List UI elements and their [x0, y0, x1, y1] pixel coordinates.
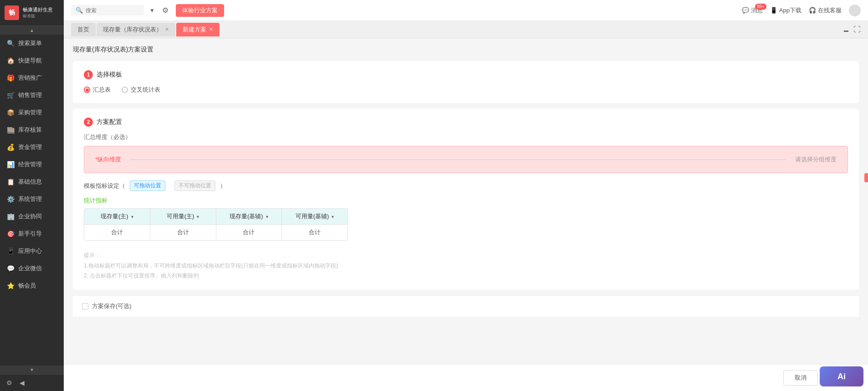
sidebar-item-sales[interactable]: 🛒 销售管理	[0, 87, 64, 104]
save-label: 方案保存(可选)	[92, 302, 132, 310]
online-service-label: 在线客服	[818, 6, 842, 15]
ai-widget[interactable]: Ai	[820, 366, 863, 386]
step2-header: 2 方案配置	[84, 118, 848, 127]
sidebar-item-label: 资金管理	[18, 143, 42, 151]
sidebar-item-newuser[interactable]: 🎯 新手引导	[0, 225, 64, 242]
member-icon: ⭐	[6, 282, 15, 290]
col-3-dropdown-icon[interactable]: ▾	[266, 214, 268, 219]
stats-cell-3: 合计	[216, 225, 282, 240]
headset-icon: 🎧	[809, 7, 816, 14]
sidebar-item-label: 搜索菜单	[18, 39, 42, 47]
topbar-gear-icon[interactable]: ⚙	[162, 6, 168, 15]
enterprise-icon: 🏢	[6, 212, 15, 221]
dimension-box[interactable]: *纵向维度 请选择分组维度	[84, 146, 848, 173]
sidebar-item-label: 基础信息	[18, 178, 42, 186]
app-download-item[interactable]: 📱 App下载	[770, 6, 802, 15]
save-checkbox[interactable]	[82, 303, 88, 309]
sidebar-item-system[interactable]: ⚙️ 系统管理	[0, 190, 64, 208]
app-name: 畅康通好生意	[23, 6, 53, 13]
sidebar-item-inventory[interactable]: 🏬 库存核算	[0, 121, 64, 139]
tips-section: 提示： 1.拖动标题栏可以调整布局，不可跨维度或指标区域拖动栏目字段(只能在同一…	[84, 248, 848, 281]
collapse-icon[interactable]: ◀	[20, 379, 25, 386]
step1-number: 1	[84, 70, 93, 79]
sidebar-item-label: 库存核算	[18, 126, 42, 134]
sidebar-bottom: ⚙ ◀	[0, 374, 64, 391]
sidebar-item-label: 销售管理	[18, 91, 42, 99]
tips-item-1: 1.拖动标题栏可以调整布局，不可跨维度或指标区域拖动栏目字段(只能在同一维度或指…	[84, 261, 848, 271]
template-radio-group: 汇总表 交叉统计表	[84, 86, 848, 94]
section-step2: 2 方案配置 汇总维度（必选） *纵向维度 请选择分组维度 模板指标设定（ 可拖…	[73, 108, 859, 290]
sidebar-scroll-up[interactable]: ▲	[0, 26, 64, 35]
tabs-bar: 首页 现存量（库存状况表） ✕ 新建方案 ✕ 🗕 ⛶	[64, 21, 868, 38]
sidebar-item-label: 企业协同	[18, 212, 42, 221]
marketing-icon: 🎁	[6, 74, 15, 82]
indicator-setting-row: 模板指标设定（ 可拖动位置 不可拖动位置 ）	[84, 180, 848, 191]
tab-new-plan[interactable]: 新建方案 ✕	[176, 23, 220, 36]
stats-cell-4: 合计	[282, 225, 347, 240]
stats-col-2[interactable]: 可用量(主) ▾	[150, 209, 216, 224]
topbar-dropdown[interactable]: ▼	[149, 7, 155, 14]
tab-home[interactable]: 首页	[71, 23, 96, 36]
sales-icon: 🛒	[6, 91, 15, 99]
radio-summary-label: 汇总表	[93, 86, 111, 94]
sidebar-nav: 🔍 搜索菜单 🏠 快捷导航 🎁 营销推广 🛒 销售管理 📦 采购管理 🏬 库存核…	[0, 35, 64, 365]
online-service-item[interactable]: 🎧 在线客服	[809, 6, 842, 15]
indicator-setting-suffix: ）	[220, 182, 226, 190]
sidebar-item-basic[interactable]: 📋 基础信息	[0, 173, 64, 190]
tabs-right-controls: 🗕 ⛶	[842, 26, 861, 34]
step2-number: 2	[84, 118, 93, 127]
cancel-button[interactable]: 取消	[783, 370, 818, 386]
tab-inventory[interactable]: 现存量（库存状况表） ✕	[97, 23, 175, 36]
dropdown-arrow-icon: ▼	[149, 7, 155, 14]
settings-icon[interactable]: ⚙	[6, 379, 12, 386]
sidebar-item-purchase[interactable]: 📦 采购管理	[0, 104, 64, 121]
sidebar-item-label: 畅会员	[18, 282, 36, 290]
right-edge-widget[interactable]	[864, 173, 868, 182]
step1-header: 1 选择模板	[84, 70, 848, 79]
sidebar-item-member[interactable]: ⭐ 畅会员	[0, 277, 64, 294]
sidebar-item-quicknav[interactable]: 🏠 快捷导航	[0, 52, 64, 69]
tab-new-plan-close[interactable]: ✕	[209, 26, 213, 32]
search-menu-icon: 🔍	[6, 39, 15, 47]
sidebar-item-search[interactable]: 🔍 搜索菜单	[0, 35, 64, 52]
tab-inventory-label: 现存量（库存状况表）	[103, 26, 162, 34]
tips-title: 提示：	[84, 252, 848, 259]
finance-icon: 💰	[6, 143, 15, 151]
step2-label: 方案配置	[97, 118, 122, 126]
radio-summary[interactable]: 汇总表	[84, 86, 111, 94]
inventory-icon: 🏬	[6, 126, 15, 134]
col-2-dropdown-icon[interactable]: ▾	[197, 214, 199, 219]
radio-cross[interactable]: 交叉统计表	[122, 86, 160, 94]
minimize-icon[interactable]: 🗕	[842, 26, 850, 34]
sidebar-item-label: 应用中心	[18, 247, 42, 255]
wechat-icon: 💬	[6, 264, 15, 273]
expand-icon[interactable]: ⛶	[853, 26, 861, 34]
message-item[interactable]: 💬 消息 99+	[742, 6, 763, 15]
stats-col-1[interactable]: 现存量(主) ▾	[84, 209, 150, 224]
sidebar-item-appcenter[interactable]: 📱 应用中心	[0, 242, 64, 260]
stats-cell-2: 合计	[150, 225, 216, 240]
indicator-setting-label: 模板指标设定（	[84, 182, 125, 190]
topbar-search-input[interactable]	[86, 7, 131, 14]
sidebar-logo: 畅 畅康通好生意 标准版	[0, 0, 64, 26]
user-avatar[interactable]	[849, 5, 861, 16]
dimension-separator	[130, 159, 786, 160]
stats-col-3-label: 现存量(基辅)	[230, 212, 263, 221]
tab-inventory-close[interactable]: ✕	[165, 26, 169, 32]
topbar-right: 💬 消息 99+ 📱 App下载 🎧 在线客服	[742, 5, 861, 16]
stats-col-3[interactable]: 现存量(基辅) ▾	[216, 209, 282, 224]
sidebar-item-wechat[interactable]: 💬 企业微信	[0, 260, 64, 277]
sidebar-item-marketing[interactable]: 🎁 营销推广	[0, 69, 64, 87]
col-4-dropdown-icon[interactable]: ▾	[332, 214, 334, 219]
trial-button[interactable]: 体验行业方案	[176, 4, 224, 17]
sidebar-item-enterprise[interactable]: 🏢 企业协同	[0, 208, 64, 225]
stats-col-4[interactable]: 可用量(基辅) ▾	[282, 209, 347, 224]
stats-cell-1: 合计	[84, 225, 150, 240]
content-area: 现存量(库存状况表)方案设置 1 选择模板 汇总表 交叉统计表 2	[64, 38, 868, 364]
sidebar-scroll-down[interactable]: ▼	[0, 365, 64, 374]
col-1-dropdown-icon[interactable]: ▾	[131, 214, 133, 219]
quicknav-icon: 🏠	[6, 57, 15, 65]
sidebar-item-operations[interactable]: 📊 经营管理	[0, 156, 64, 173]
sidebar-item-finance[interactable]: 💰 资金管理	[0, 139, 64, 156]
sidebar-item-label: 新手引导	[18, 230, 42, 238]
